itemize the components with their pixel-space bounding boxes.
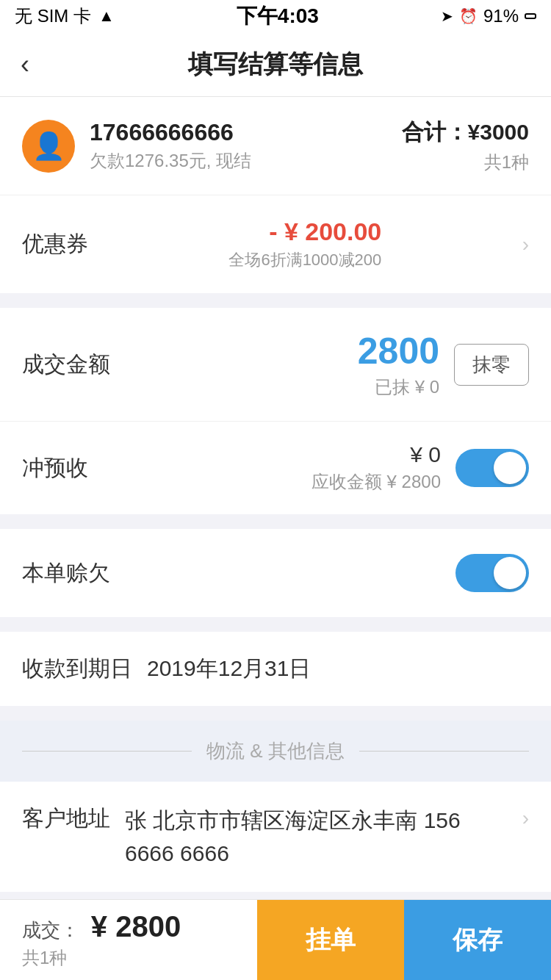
address-label: 客户地址 [22,804,110,834]
duedate-value: 2019年12月31日 [147,654,311,684]
hold-button[interactable]: 挂单 [257,900,404,981]
status-bar: 无 SIM 卡 ▲ 下午4:03 ➤ ⏰ 91% [0,0,551,32]
wifi-icon: ▲ [98,7,115,26]
coupon-label: 优惠券 [22,229,88,259]
location-icon: ➤ [441,7,453,25]
duedate-label: 收款到期日 [22,654,132,684]
deal-amount-sub: 已抹 ¥ 0 [358,375,439,399]
debt-section: 本单赊欠 [0,529,551,617]
address-value: 张 北京市市辖区海淀区永丰南 156 6666 6666 [125,804,515,870]
user-info: 17666666666 欠款1276.35元, 现结 [90,119,402,173]
bottom-deal-label: 成交： [22,919,79,941]
total-count: 共1种 [402,151,529,174]
coupon-amount: - ¥ 200.00 [228,217,381,246]
nav-bar: ‹ 填写结算等信息 [0,32,551,97]
debt-toggle-thumb [494,557,526,589]
prepay-right: ¥ 0 应收金额 ¥ 2800 [311,442,529,494]
address-chevron-icon: › [522,807,529,830]
carrier-text: 无 SIM 卡 [15,4,91,28]
prepay-sub: 应收金额 ¥ 2800 [311,470,441,494]
status-right: ➤ ⏰ 91% [441,6,536,26]
user-info-card: 👤 17666666666 欠款1276.35元, 现结 合计：¥3000 共1… [0,97,551,293]
debt-label: 本单赊欠 [22,558,110,588]
prepay-toggle-track [455,449,529,487]
alarm-icon: ⏰ [459,7,478,25]
logistics-line-right [359,751,529,752]
round-button[interactable]: 抹零 [454,344,529,386]
deal-amount-label: 成交金额 [22,350,110,380]
prepay-values: ¥ 0 应收金额 ¥ 2800 [311,442,441,494]
avatar: 👤 [22,120,75,173]
bottom-count: 共1种 [22,946,235,970]
duedate-row: 收款到期日 2019年12月31日 [22,654,529,684]
bottom-deal-amount: ¥ 2800 [91,910,181,943]
total-amount: 合计：¥3000 [402,118,529,148]
logistics-line-left [22,751,192,752]
deal-amount-value: 2800 [358,330,439,372]
user-row: 👤 17666666666 欠款1276.35元, 现结 合计：¥3000 共1… [0,97,551,195]
page-title: 填写结算等信息 [188,48,363,82]
duedate-section: 收款到期日 2019年12月31日 [0,632,551,706]
prepay-label: 冲预收 [22,453,88,483]
logistics-text: 物流 & 其他信息 [206,738,345,764]
prepay-toggle[interactable] [455,449,529,487]
avatar-icon: 👤 [32,131,65,162]
user-total: 合计：¥3000 共1种 [402,118,529,174]
status-time: 下午4:03 [237,2,319,30]
status-left: 无 SIM 卡 ▲ [15,4,115,28]
bottom-summary: 成交： ¥ 2800 共1种 [0,910,257,970]
coupon-sub: 全场6折满1000减200 [228,249,381,271]
user-phone: 17666666666 [90,119,402,146]
user-sub-text: 欠款1276.35元, 现结 [90,149,402,173]
bottom-deal-row: 成交： ¥ 2800 [22,910,235,943]
back-button[interactable]: ‹ [21,49,29,80]
address-section: 客户地址 张 北京市市辖区海淀区永丰南 156 6666 6666 › [0,782,551,892]
deal-amount-row: 成交金额 2800 已抹 ¥ 0 抹零 [0,308,551,422]
battery-text: 91% [483,6,519,26]
bottom-bar: 成交： ¥ 2800 共1种 挂单 保存 [0,899,551,980]
deal-amount-right: 2800 已抹 ¥ 0 抹零 [110,330,529,399]
debt-row: 本单赊欠 [0,529,551,617]
main-content: 👤 17666666666 欠款1276.35元, 现结 合计：¥3000 共1… [0,97,551,980]
coupon-chevron-icon: › [522,233,529,256]
coupon-row[interactable]: 优惠券 - ¥ 200.00 全场6折满1000减200 › [0,195,551,293]
prepay-amount: ¥ 0 [311,442,441,467]
address-row[interactable]: 客户地址 张 北京市市辖区海淀区永丰南 156 6666 6666 › [0,782,551,892]
debt-toggle[interactable] [455,554,529,592]
deal-amount-values: 2800 已抹 ¥ 0 [358,330,439,399]
battery-icon [525,13,536,19]
debt-toggle-track [455,554,529,592]
coupon-right: - ¥ 200.00 全场6折满1000减200 [228,217,381,271]
prepay-toggle-thumb [494,452,526,484]
save-button[interactable]: 保存 [404,900,551,981]
prepay-row: 冲预收 ¥ 0 应收金额 ¥ 2800 [0,422,551,514]
amount-section: 成交金额 2800 已抹 ¥ 0 抹零 冲预收 ¥ 0 应收金额 ¥ 2800 [0,308,551,514]
logistics-divider: 物流 & 其他信息 [0,721,551,782]
